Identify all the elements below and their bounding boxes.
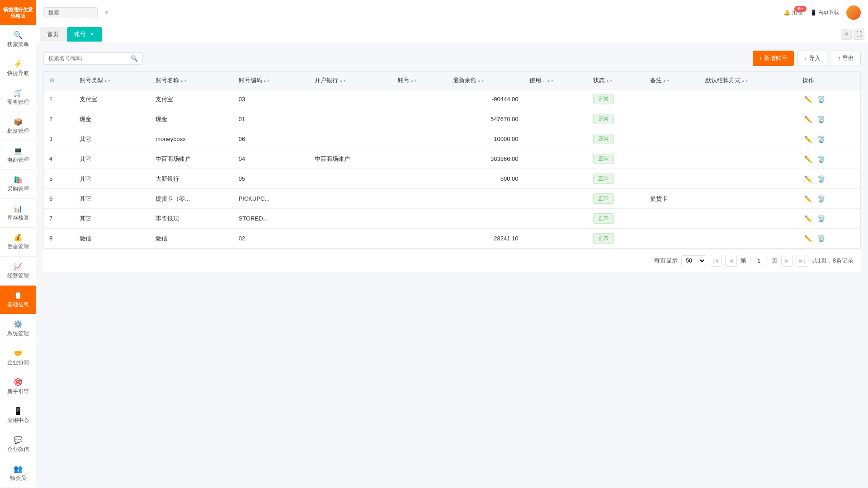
sidebar-item-appcenter[interactable]: 📱应用中心 — [0, 401, 36, 430]
page-next-button[interactable]: ▶ — [781, 255, 793, 267]
sidebar-item-enterprise[interactable]: 🤝企业协同 — [0, 343, 36, 372]
delete-button[interactable]: 🗑️ — [816, 194, 827, 203]
dropdown-arrow-icon[interactable]: ▼ — [103, 9, 110, 17]
cell-action: ✏️ 🗑️ — [797, 89, 860, 109]
delete-button[interactable]: 🗑️ — [816, 155, 827, 164]
tab-close-button[interactable]: ✕ — [841, 29, 852, 40]
avatar[interactable] — [846, 5, 861, 20]
sidebar-item-guide[interactable]: 🎯新手引导 — [0, 372, 36, 401]
table-body: 1 支付宝 支付宝 03 -90444.00 正常 ✏️ 🗑️ 2 现金 现金 … — [44, 89, 860, 249]
cell-balance: 10000.00 — [448, 129, 524, 149]
sidebar-item-inventory[interactable]: 📊库存核算 — [0, 199, 36, 228]
add-account-button[interactable]: + 新增账号 — [753, 51, 794, 66]
sidebar-item-wholesale[interactable]: 📦批发管理 — [0, 112, 36, 141]
page-label: 第 — [741, 257, 746, 265]
cell-type: 其它 — [74, 129, 151, 149]
col-balance[interactable]: 最新余额▲▼ — [448, 72, 524, 89]
cell-status: 正常 — [588, 89, 645, 109]
import-button[interactable]: ↓ 导入 — [797, 51, 827, 66]
edit-button[interactable]: ✏️ — [802, 174, 814, 183]
sidebar-item-basic[interactable]: 📋基础信息 — [0, 286, 36, 314]
topbar: ▼ 🔔 消息 99+ 📱 App下载 — [36, 0, 868, 25]
cell-balance: 500.00 — [448, 169, 524, 189]
edit-button[interactable]: ✏️ — [802, 135, 814, 144]
app-download-button[interactable]: 📱 App下载 — [810, 9, 839, 16]
sidebar-label-appcenter: 应用中心 — [7, 417, 29, 424]
sidebar-label-purchase: 采购管理 — [7, 185, 29, 193]
sidebar-item-purchase[interactable]: 🛍️采购管理 — [0, 170, 36, 199]
cell-account — [392, 209, 448, 229]
tab-expand-button[interactable]: ⛶ — [854, 29, 864, 40]
sidebar-item-ecommerce[interactable]: 💻电商管理 — [0, 141, 36, 170]
cell-action: ✏️ 🗑️ — [797, 209, 860, 229]
cell-name: 微信 — [150, 229, 233, 249]
col-bank[interactable]: 开户银行▲▼ — [309, 72, 392, 89]
page-first-button[interactable]: |◀ — [710, 255, 722, 267]
delete-button[interactable]: 🗑️ — [816, 135, 827, 144]
sidebar-item-search[interactable]: 🔍搜索菜单 — [0, 25, 36, 54]
sidebar-item-quicknav[interactable]: ⚡快捷导航 — [0, 54, 36, 83]
sidebar-label-operations: 经营管理 — [7, 272, 29, 280]
cell-usage — [524, 89, 588, 109]
delete-button[interactable]: 🗑️ — [816, 115, 827, 124]
cell-name: 大新银行 — [150, 169, 233, 189]
cell-settlement — [700, 149, 797, 169]
col-settlement[interactable]: 默认结算方式▲▼ — [700, 72, 797, 89]
page-size-select[interactable]: 50 20 100 — [681, 255, 706, 266]
cell-action: ✏️ 🗑️ — [797, 229, 860, 249]
export-button[interactable]: ↑ 导出 — [831, 51, 861, 66]
col-account[interactable]: 账号▲▼ — [392, 72, 448, 89]
main-area: ▼ 🔔 消息 99+ 📱 App下载 首页 账号 ✕ ✕ ⛶ — [36, 0, 868, 488]
status-badge: 正常 — [593, 114, 614, 124]
cell-settlement — [700, 109, 797, 129]
app-icon: 📱 — [810, 9, 817, 16]
col-name[interactable]: 账号名称▲▼ — [150, 72, 233, 89]
sidebar-item-member[interactable]: 👥畅会员 — [0, 459, 36, 488]
search-icon[interactable]: 🔍 — [131, 55, 138, 62]
edit-button[interactable]: ✏️ — [802, 234, 814, 243]
delete-button[interactable]: 🗑️ — [816, 174, 827, 183]
page-number-input[interactable] — [750, 256, 768, 266]
message-badge: 99+ — [794, 6, 807, 12]
cell-status: 正常 — [588, 109, 645, 129]
page-last-button[interactable]: ▶| — [797, 255, 808, 267]
edit-button[interactable]: ✏️ — [802, 95, 814, 104]
col-usage[interactable]: 使用...▲▼ — [524, 72, 588, 89]
delete-button[interactable]: 🗑️ — [816, 214, 827, 223]
edit-button[interactable]: ✏️ — [802, 194, 814, 203]
col-code[interactable]: 账号编码▲▼ — [233, 72, 310, 89]
edit-button[interactable]: ✏️ — [802, 115, 814, 124]
sidebar-item-corpwechat[interactable]: 💬企业微信 — [0, 430, 36, 459]
col-status[interactable]: 状态▲▼ — [588, 72, 645, 89]
tab-account-close[interactable]: ✕ — [89, 31, 95, 38]
page-prev-button[interactable]: ◀ — [725, 255, 737, 267]
message-button[interactable]: 🔔 消息 99+ — [783, 9, 803, 16]
edit-button[interactable]: ✏️ — [802, 155, 814, 164]
delete-button[interactable]: 🗑️ — [816, 234, 827, 243]
cell-balance: -90444.00 — [448, 89, 524, 109]
delete-button[interactable]: 🗑️ — [816, 95, 827, 104]
tab-account[interactable]: 账号 ✕ — [67, 27, 102, 42]
sidebar-item-finance[interactable]: 💰资金管理 — [0, 228, 36, 257]
col-type[interactable]: 账号类型▲▼ — [74, 72, 151, 89]
topbar-search-input[interactable] — [43, 7, 98, 18]
sidebar-item-system[interactable]: ⚙️系统管理 — [0, 314, 36, 343]
tab-home[interactable]: 首页 — [40, 27, 66, 42]
app-logo: 畅捷通好生意 乐惠版 — [0, 0, 36, 25]
col-remark[interactable]: 备注▲▼ — [645, 72, 700, 89]
cell-settlement — [700, 129, 797, 149]
table-row: 2 现金 现金 01 547670.00 正常 ✏️ 🗑️ — [44, 109, 860, 129]
status-badge: 正常 — [593, 233, 614, 244]
cell-status: 正常 — [588, 209, 645, 229]
account-search-input[interactable] — [48, 55, 128, 61]
sidebar-item-operations[interactable]: 📈经营管理 — [0, 257, 36, 286]
edit-button[interactable]: ✏️ — [802, 214, 814, 223]
cell-status: 正常 — [588, 129, 645, 149]
settings-icon[interactable]: ⚙ — [49, 77, 55, 84]
pagination: 每页显示 50 20 100 |◀ ◀ 第 页 ▶ ▶| 共1页，8条记录 — [43, 249, 861, 272]
account-search-box[interactable]: 🔍 — [43, 52, 143, 65]
cell-type: 现金 — [74, 109, 151, 129]
col-action: 操作 — [797, 72, 860, 89]
table-row: 3 其它 moneybosx 06 10000.00 正常 ✏️ 🗑️ — [44, 129, 860, 149]
sidebar-item-retail[interactable]: 🛒零售管理 — [0, 83, 36, 112]
